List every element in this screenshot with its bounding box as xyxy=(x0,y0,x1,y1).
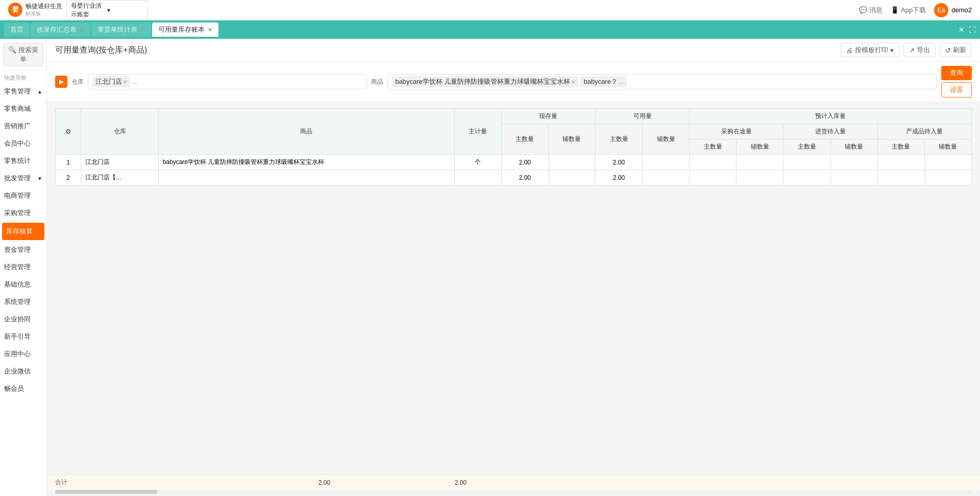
row-current-sub xyxy=(548,155,595,170)
warehouse-tag: 江北门店 ✕ xyxy=(92,76,130,87)
row-available-main: 2.00 xyxy=(595,170,642,185)
production-pending-header: 产成品待入量 xyxy=(877,124,971,139)
tab-bar-actions: ✕ ⛶ xyxy=(959,26,976,34)
content-area: 可用量查询(按仓库+商品) 🖨 按模板打印 ▾ ↗ 导出 ↺ 刷新 ▶ xyxy=(47,39,980,496)
inventory-table: ⚙ 仓库 商品 主计量 现存量 可用量 预计入库量 主数量 辅数量 主数量 辅数… xyxy=(55,108,972,185)
product-label: 商品 xyxy=(371,78,383,86)
export-btn[interactable]: ↗ 导出 xyxy=(903,43,936,57)
row-production-main xyxy=(877,170,924,185)
logo-sub: 标准版 xyxy=(26,10,62,17)
sidebar-item-retail-mall[interactable]: 零售商城 xyxy=(0,100,46,117)
query-btn[interactable]: 查询 xyxy=(941,66,972,80)
main-layout: 🔍 搜索菜单 快捷导航 零售管理 ▲ 零售商城 营销推广 会员中心 零售统计 批… xyxy=(0,39,980,496)
sidebar-nav-label: 快捷导航 xyxy=(0,71,46,83)
warehouse-tag-close[interactable]: ✕ xyxy=(123,79,127,85)
purchase-in-transit-header: 采购在途量 xyxy=(690,124,783,139)
sidebar-item-guide[interactable]: 新手引导 xyxy=(0,328,46,345)
tab-inventory[interactable]: 可用量库存账本 ✕ xyxy=(152,22,218,37)
top-bar-right: 💬 消息 📱 App下载 Ea demo2 xyxy=(859,3,972,17)
sidebar-item-retail-mgmt[interactable]: 零售管理 ▲ xyxy=(0,83,46,100)
table-header-row-1: ⚙ 仓库 商品 主计量 现存量 可用量 预计入库量 xyxy=(56,109,972,124)
tab-home[interactable]: 首页 xyxy=(4,22,30,37)
row-inbound-main xyxy=(783,155,830,170)
row-purchase-sub xyxy=(737,155,783,170)
chevron-up-icon: ▲ xyxy=(37,89,42,95)
page-header: 可用量查询(按仓库+商品) 🖨 按模板打印 ▾ ↗ 导出 ↺ 刷新 xyxy=(47,39,980,62)
row-available-sub xyxy=(643,170,690,185)
settings-btn[interactable]: 设置 xyxy=(941,82,972,98)
available-main-qty-header: 主数量 xyxy=(595,124,642,155)
tab-receipt[interactable]: 收发存汇总表 ✕ xyxy=(31,22,90,37)
row-inbound-sub xyxy=(830,155,877,170)
sidebar-item-marketing[interactable]: 营销推广 xyxy=(0,117,46,135)
product-tag-1: babycare学饮杯 儿童防摔防撞吸管杯重力球吸嘴杯宝宝水杯 ✕ xyxy=(392,76,578,87)
sidebar-item-basic-info[interactable]: 基础信息 xyxy=(0,276,46,293)
tab-order[interactable]: 要货单统计表 ✕ xyxy=(91,22,151,37)
sidebar-item-member[interactable]: 畅会员 xyxy=(0,380,46,397)
app-download-btn[interactable]: 📱 App下载 xyxy=(891,6,926,15)
page-actions: 🖨 按模板打印 ▾ ↗ 导出 ↺ 刷新 xyxy=(841,43,972,57)
avatar: Ea xyxy=(934,3,948,17)
table-row: 1 江北门店 babycare学饮杯 儿童防摔防撞吸管杯重力球吸嘴杯宝宝水杯 个… xyxy=(56,155,972,170)
tab-receipt-close[interactable]: ✕ xyxy=(80,27,84,33)
sidebar: 🔍 搜索菜单 快捷导航 零售管理 ▲ 零售商城 营销推广 会员中心 零售统计 批… xyxy=(0,39,47,496)
main-unit-header: 主计量 xyxy=(454,109,501,155)
refresh-btn[interactable]: ↺ 刷新 xyxy=(940,43,972,57)
current-main-qty-header: 主数量 xyxy=(501,124,548,155)
sidebar-item-system[interactable]: 系统管理 xyxy=(0,293,46,311)
sidebar-item-retail-stats[interactable]: 零售统计 xyxy=(0,152,46,170)
settings-header[interactable]: ⚙ xyxy=(56,109,81,155)
sidebar-item-purchase[interactable]: 采购管理 xyxy=(0,204,46,222)
row-unit: 个 xyxy=(454,155,501,170)
user-menu[interactable]: Ea demo2 xyxy=(934,3,972,17)
tab-expand[interactable]: ⛶ xyxy=(969,26,976,34)
sidebar-item-enterprise-wechat[interactable]: 企业微信 xyxy=(0,363,46,380)
tab-close-all[interactable]: ✕ xyxy=(959,26,965,34)
horizontal-scrollbar[interactable] xyxy=(55,490,972,494)
sidebar-item-ops[interactable]: 经营管理 xyxy=(0,258,46,276)
row-inbound-main xyxy=(783,170,830,185)
sidebar-search: 🔍 搜索菜单 xyxy=(0,39,46,71)
scrollbar-thumb[interactable] xyxy=(55,490,157,494)
tab-order-close[interactable]: ✕ xyxy=(140,27,145,33)
sidebar-item-inventory-check[interactable]: 库存核算 xyxy=(2,223,44,240)
available-header: 可用量 xyxy=(595,109,689,124)
sidebar-item-finance[interactable]: 资金管理 xyxy=(0,241,46,258)
sidebar-item-member-center[interactable]: 会员中心 xyxy=(0,135,46,152)
row-warehouse: 江北门店【... xyxy=(81,170,158,185)
sidebar-item-ecommerce[interactable]: 电商管理 xyxy=(0,187,46,204)
print-template-btn[interactable]: 🖨 按模板打印 ▾ xyxy=(841,43,899,57)
filter-bar: ▶ 仓库 江北门店 ✕ ... 商品 babycare学饮杯 儿童防摔防撞吸管杯… xyxy=(47,62,980,102)
logo-area: 婴 畅捷通好生意 标准版 xyxy=(8,3,62,17)
search-menu-btn[interactable]: 🔍 搜索菜单 xyxy=(3,43,43,66)
product-tag-2: babycare？ ... xyxy=(580,76,627,87)
print-icon: 🖨 xyxy=(846,46,853,54)
sidebar-item-app-center[interactable]: 应用中心 xyxy=(0,345,46,363)
product-more: ... xyxy=(619,78,624,85)
message-btn[interactable]: 💬 消息 xyxy=(859,6,883,15)
logo-icon: 婴 xyxy=(8,3,22,17)
purchase-sub-header: 辅数量 xyxy=(737,139,783,155)
sidebar-item-enterprise[interactable]: 企业协同 xyxy=(0,311,46,328)
filter-expand-btn[interactable]: ▶ xyxy=(55,76,67,88)
product-tag-1-close[interactable]: ✕ xyxy=(571,79,575,85)
account-selector[interactable]: 母婴行业演示账套 ▾ xyxy=(66,0,148,20)
footer-available-sub xyxy=(495,479,563,486)
footer-production-sub xyxy=(903,479,972,486)
print-chevron-icon: ▾ xyxy=(890,46,894,54)
logo-text: 畅捷通好生意 xyxy=(26,3,62,10)
row-current-main: 2.00 xyxy=(501,170,548,185)
product-header: 商品 xyxy=(158,109,454,155)
inbound-main-header: 主数量 xyxy=(783,139,830,155)
row-product: babycare学饮杯 儿童防摔防撞吸管杯重力球吸嘴杯宝宝水杯 xyxy=(158,155,454,170)
warehouse-label: 仓库 xyxy=(71,78,84,86)
row-purchase-sub xyxy=(737,170,783,185)
phone-icon: 📱 xyxy=(891,6,899,14)
tab-inventory-close[interactable]: ✕ xyxy=(208,27,212,33)
sidebar-item-wholesale-mgmt[interactable]: 批发管理 ▼ xyxy=(0,170,46,187)
warehouse-filter[interactable]: 江北门店 ✕ ... xyxy=(88,74,367,89)
product-filter[interactable]: babycare学饮杯 儿童防摔防撞吸管杯重力球吸嘴杯宝宝水杯 ✕ babyca… xyxy=(387,74,937,89)
message-icon: 💬 xyxy=(859,6,867,14)
refresh-icon: ↺ xyxy=(945,46,951,54)
row-inbound-sub xyxy=(830,170,877,185)
